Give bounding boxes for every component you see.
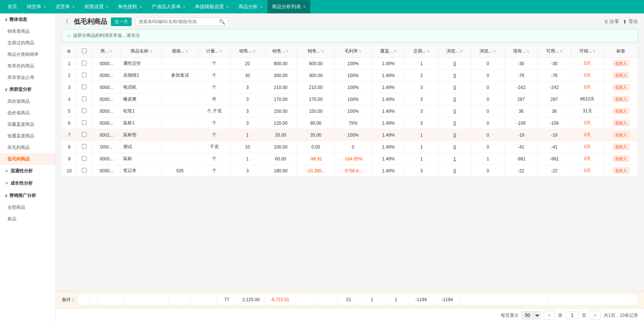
sidebar-item-inventory-capital[interactable]: 库存资金占用 [0, 72, 55, 83]
row-sales-profit: 150.00 [297, 105, 334, 117]
sidebar-item-category-sales-rate[interactable]: 商品分类助销率 [0, 49, 55, 60]
row-views1[interactable]: 0 [438, 82, 471, 93]
row-name[interactable]: 测试 [121, 141, 162, 153]
row-checkbox[interactable] [77, 153, 92, 165]
table-row: 9 0000... 鼠标 个 1 60.00 -98.91 -164.85% 1… [62, 153, 638, 165]
row-views1[interactable]: 0 [438, 165, 471, 177]
row-views1[interactable]: 0 [438, 58, 471, 70]
prev-page-button[interactable]: ＜ [544, 311, 555, 320]
nav-template-settings[interactable]: 单据模板设置 × [190, 0, 233, 13]
row-checkbox[interactable] [77, 82, 92, 93]
sidebar-item-low-margin[interactable]: 低毛利商品 [0, 153, 55, 165]
col-tag[interactable]: 标签 [604, 45, 638, 58]
row-checkbox[interactable] [77, 129, 92, 141]
row-name[interactable]: 铅笔1 [121, 105, 162, 117]
row-name[interactable]: 鼠标 [121, 153, 162, 165]
row-name[interactable]: 橡皮擦 [121, 93, 162, 105]
close-icon[interactable]: × [106, 4, 108, 9]
nav-product-analysis[interactable]: 商品分析 × [234, 0, 267, 13]
col-views2[interactable]: 浏览...⇅ [471, 45, 504, 58]
col-unit[interactable]: 计量...⇅ [198, 45, 231, 58]
col-gross-margin[interactable]: 毛利率⇅ [334, 45, 372, 58]
sidebar-item-in-stock-products[interactable]: 有库存的商品 [0, 60, 55, 72]
row-name[interactable]: 鼠标垫 [121, 129, 162, 141]
nav-permissions[interactable]: 权限设置 × [80, 0, 113, 13]
row-views1[interactable]: 0 [438, 129, 471, 141]
close-icon[interactable]: × [72, 4, 74, 9]
select-all-checkbox[interactable] [82, 48, 87, 53]
col-sales-qty[interactable]: 销售...⇅ [231, 45, 264, 58]
col-coverage[interactable]: 覆盖...⇅ [372, 45, 405, 58]
nav-sales-order[interactable]: 销货单 × [22, 0, 50, 13]
col-spec[interactable]: 规格...⇅ [162, 45, 198, 58]
sidebar-item-high-coverage[interactable]: 高覆盖度商品 [0, 119, 55, 130]
sidebar-item-all-products[interactable]: 全部商品 [0, 202, 55, 213]
sidebar-item-high-value[interactable]: 高价值商品 [0, 96, 55, 107]
row-views1[interactable]: 0 [438, 141, 471, 153]
table-container[interactable]: ⚙ 商...⇅ 商品名称⇅ 规格...⇅ 计量...⇅ 销售...⇅ 销售...… [56, 45, 644, 291]
row-checkbox[interactable] [77, 117, 92, 129]
row-views1[interactable]: 0 [438, 105, 471, 117]
page-number-input[interactable] [565, 312, 579, 319]
col-sellable[interactable]: 可销...⇅ [571, 45, 604, 58]
row-code: 0000... [92, 58, 121, 70]
row-checkbox[interactable] [77, 70, 92, 82]
export-button[interactable]: ⬆ 导出 [623, 18, 638, 25]
sidebar-item-low-coverage[interactable]: 低覆盖度商品 [0, 130, 55, 142]
search-input[interactable] [139, 19, 219, 24]
sidebar-item-high-margin[interactable]: 高毛利商品 [0, 142, 55, 153]
sidebar-group-marketing[interactable]: ∨ 营销推广分析 [0, 189, 55, 202]
sidebar-item-new-products[interactable]: 新品 [0, 213, 55, 225]
row-checkbox[interactable] [77, 105, 92, 117]
col-name[interactable]: 商品名称⇅ [121, 45, 162, 58]
sidebar-group-growth[interactable]: ＞ 成长性分析 [0, 177, 55, 189]
col-sales-profit[interactable]: 销售...⇅ [297, 45, 334, 58]
nav-product-inbound[interactable]: 产成品入库单 × [147, 0, 190, 13]
sidebar-group-cluster[interactable]: ∨ 类群堂分析 [0, 83, 55, 96]
sidebar-item-traded-products[interactable]: 交易过的商品 [0, 37, 55, 49]
row-name[interactable]: 鼠标1 [121, 117, 162, 129]
close-icon[interactable]: × [140, 4, 142, 9]
nav-home[interactable]: 首页 [3, 0, 22, 13]
row-checkbox[interactable] [77, 141, 92, 153]
sidebar-group-circulation[interactable]: ＞ 流通性分析 [0, 165, 55, 177]
sidebar-collapse-button[interactable]: 《 [62, 18, 70, 25]
col-code[interactable]: 商...⇅ [92, 45, 121, 58]
col-available[interactable]: 可用...⇅ [538, 45, 571, 58]
close-icon[interactable]: × [226, 4, 228, 9]
col-sales-amount[interactable]: 销售...⇅ [264, 45, 297, 58]
row-checkbox[interactable] [77, 93, 92, 105]
row-name[interactable]: 吴细细1 [121, 70, 162, 82]
close-icon[interactable]: × [260, 4, 262, 9]
row-views1[interactable]: 0 [438, 93, 471, 105]
nav-roles[interactable]: 角色授权 × [113, 0, 146, 13]
row-views1[interactable]: 1 [438, 153, 471, 165]
close-icon[interactable]: × [303, 4, 305, 9]
sidebar-item-low-value[interactable]: 低价值商品 [0, 107, 55, 119]
row-views1[interactable]: 0 [438, 70, 471, 82]
nav-product-analysis-list[interactable]: 商品分析列表 × [267, 0, 310, 13]
row-checkbox[interactable] [77, 58, 92, 70]
next-page-button[interactable]: ＞ [589, 311, 601, 320]
search-icon[interactable]: 🔍 [219, 19, 225, 25]
col-current-stock[interactable]: 现有...⇅ [504, 45, 538, 58]
row-available: -106 [538, 117, 571, 129]
row-name[interactable]: 属性定价 [121, 58, 162, 70]
col-views1[interactable]: 浏览...⇅ [438, 45, 471, 58]
row-checkbox[interactable] [77, 165, 92, 177]
share-button[interactable]: ⎘ 分享 [605, 18, 619, 25]
page-size-select[interactable]: 50 100 200 [522, 311, 541, 319]
col-transactions[interactable]: 交易...⇅ [405, 45, 438, 58]
col-settings[interactable]: ⚙ [62, 45, 77, 58]
row-views1[interactable]: 0 [438, 117, 471, 129]
col-checkbox[interactable] [77, 45, 92, 58]
nav-purchase-order[interactable]: 进货单 × [51, 0, 79, 13]
row-name[interactable]: 笔记本 [121, 165, 162, 177]
close-icon[interactable]: × [183, 4, 185, 9]
row-name[interactable]: 电话机 [121, 82, 162, 93]
sidebar-item-sales-products[interactable]: 销售类商品 [0, 26, 55, 37]
sidebar-group-overall[interactable]: ∨ 整体信息 [0, 13, 55, 26]
close-icon[interactable]: × [44, 4, 46, 9]
total-transactions: 21 [337, 294, 360, 305]
filter-period-button[interactable]: 近一月 [111, 17, 132, 26]
